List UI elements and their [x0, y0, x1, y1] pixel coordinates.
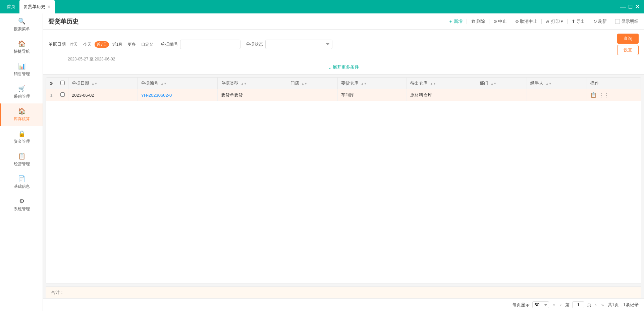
- col-req-warehouse: 要货仓库 ▲▼: [338, 78, 407, 89]
- sidebar-item-sales[interactable]: 📊 销售管理: [0, 58, 43, 81]
- row-req-warehouse-cell: 车间库: [338, 89, 407, 101]
- divider-6: [589, 19, 589, 24]
- tab-bill-history[interactable]: 要货单历史 ✕: [19, 0, 55, 13]
- divider-1: [467, 19, 467, 24]
- window-close-btn[interactable]: ✕: [635, 3, 640, 10]
- date-shortcut-today[interactable]: 今天: [81, 41, 93, 48]
- divider-2: [489, 19, 489, 24]
- row-delete-btn[interactable]: ⋮⋮: [599, 92, 609, 98]
- delete-button[interactable]: 🗑 删除: [471, 18, 485, 25]
- page-title: 要货单历史: [48, 17, 78, 26]
- filter-actions: 查询 设置: [617, 34, 639, 55]
- tab-home-label: 首页: [7, 4, 15, 10]
- sidebar-item-inventory[interactable]: 🏠 库存核算: [0, 103, 43, 126]
- row-checkbox-cell: [57, 89, 68, 101]
- col-bill-no: 单据编号 ▲▼: [138, 78, 218, 89]
- status-select[interactable]: [265, 40, 332, 49]
- sort-bill-type-icon[interactable]: ▲▼: [241, 82, 247, 85]
- date-shortcut-more[interactable]: 更多: [126, 41, 138, 48]
- row-department-cell: [476, 89, 527, 101]
- sidebar-item-basic[interactable]: 📄 基础信息: [0, 171, 43, 193]
- date-shortcut-custom[interactable]: 自定义: [139, 41, 155, 48]
- query-button[interactable]: 查询: [617, 34, 639, 44]
- print-arrow-icon: ▾: [561, 19, 563, 24]
- content-area: 要货单历史 ＋ 新增 🗑 删除 ⊘ 中止 ⊘: [43, 13, 644, 311]
- sidebar-item-purchase[interactable]: 🛒 采购管理: [0, 81, 43, 103]
- cancel-stop-button[interactable]: ⊘ 取消中止: [515, 18, 537, 25]
- sort-department-icon[interactable]: ▲▼: [490, 82, 496, 85]
- status-label: 单据状态: [246, 41, 263, 47]
- page-input[interactable]: [572, 301, 584, 308]
- row-bill-no-cell[interactable]: YH-20230602-0: [138, 89, 218, 101]
- export-label: 导出: [576, 18, 585, 25]
- sidebar-item-system[interactable]: ⚙ 系统管理: [0, 193, 43, 216]
- new-button[interactable]: ＋ 新增: [448, 18, 463, 25]
- col-date: 单据日期 ▲▼: [68, 78, 138, 89]
- sidebar-item-operation-label: 经营管理: [14, 161, 30, 167]
- bill-no-filter-group: 单据编号: [161, 40, 240, 49]
- sidebar-item-search[interactable]: 🔍 搜索菜单: [0, 13, 43, 36]
- date-shortcut-yesterday[interactable]: 昨天: [68, 41, 80, 48]
- window-maximize-btn[interactable]: □: [629, 3, 632, 10]
- col-store: 门店 ▲▼: [287, 78, 337, 89]
- system-icon: ⚙: [19, 197, 24, 205]
- tab-close-icon[interactable]: ✕: [47, 4, 51, 9]
- sidebar-item-inventory-label: 库存核算: [14, 116, 30, 122]
- col-handler: 经手人 ▲▼: [527, 78, 587, 89]
- cancel-stop-label: 取消中止: [520, 18, 537, 25]
- purchase-icon: 🛒: [18, 85, 25, 92]
- footer-summary: 合计：: [46, 286, 641, 298]
- next-page-btn[interactable]: ›: [594, 302, 598, 308]
- refresh-button[interactable]: ↻ 刷新: [593, 18, 607, 25]
- last-page-btn[interactable]: »: [600, 302, 605, 308]
- expand-label: 展开更多条件: [333, 64, 359, 70]
- sidebar-item-quick-nav[interactable]: 🏠 快捷导航: [0, 36, 43, 58]
- show-detail-btn[interactable]: 显示明细: [615, 18, 639, 25]
- per-page-select[interactable]: 50 10 20 100: [532, 301, 549, 308]
- date-shortcut-1month[interactable]: 近1月: [110, 41, 125, 48]
- first-page-btn[interactable]: «: [552, 302, 556, 308]
- delete-icon: 🗑: [471, 19, 475, 24]
- print-label: 打印: [551, 18, 560, 25]
- table-header-row: ⚙ 单据日期 ▲▼ 单据编号 ▲▼: [46, 78, 641, 89]
- row-actions-cell: 📋 ⋮⋮: [587, 89, 641, 101]
- date-range-container: 2023-05-27 至 2023-06-02: [68, 56, 639, 62]
- bill-no-input[interactable]: [180, 40, 240, 49]
- print-button[interactable]: 🖨 打印 ▾: [546, 18, 563, 25]
- settings-icon[interactable]: ⚙: [49, 81, 53, 86]
- export-button[interactable]: ⬆ 导出: [572, 18, 585, 25]
- show-detail-checkbox[interactable]: [615, 19, 620, 24]
- window-minimize-btn[interactable]: —: [620, 3, 626, 10]
- sidebar-item-operation[interactable]: 📋 经营管理: [0, 148, 43, 171]
- setting-button[interactable]: 设置: [617, 45, 639, 55]
- row-edit-btn[interactable]: 📋: [590, 92, 597, 98]
- stop-button[interactable]: ⊘ 中止: [493, 18, 507, 25]
- sidebar-item-finance[interactable]: 🔒 资金管理: [0, 126, 43, 148]
- tab-home[interactable]: 首页: [3, 0, 19, 13]
- col-actions: 操作: [587, 78, 641, 89]
- row-checkbox[interactable]: [60, 92, 65, 97]
- date-range-text: 2023-05-27 至 2023-06-02: [68, 57, 115, 61]
- operation-icon: 📋: [18, 152, 25, 160]
- sort-store-icon[interactable]: ▲▼: [301, 82, 307, 85]
- bill-no-label: 单据编号: [161, 41, 178, 47]
- page-label: 第: [565, 302, 570, 308]
- sort-date-icon[interactable]: ▲▼: [92, 82, 98, 85]
- table-container: ⚙ 单据日期 ▲▼ 单据编号 ▲▼: [46, 77, 641, 284]
- print-icon: 🖨: [546, 19, 550, 24]
- row-pending-warehouse-cell: 原材料仓库: [407, 89, 476, 101]
- sort-bill-no-icon[interactable]: ▲▼: [161, 82, 167, 85]
- sort-pending-warehouse-icon[interactable]: ▲▼: [430, 82, 436, 85]
- col-bill-type: 单据类型 ▲▼: [218, 78, 287, 89]
- expand-filter-btn[interactable]: ⌄ 展开更多条件: [328, 64, 359, 70]
- date-shortcuts: 昨天 今天 近7天 近1月 更多 自定义: [68, 41, 155, 48]
- sort-req-warehouse-icon[interactable]: ▲▼: [361, 82, 367, 85]
- prev-page-btn[interactable]: ‹: [559, 302, 562, 308]
- delete-label: 删除: [476, 18, 485, 25]
- date-shortcut-7days[interactable]: 近7天: [95, 41, 109, 48]
- select-all-checkbox[interactable]: [60, 81, 65, 85]
- finance-icon: 🔒: [18, 130, 25, 137]
- sort-handler-icon[interactable]: ▲▼: [546, 82, 552, 85]
- new-label: 新增: [454, 18, 463, 25]
- total-records-label: 共1页，1条记录: [608, 302, 639, 308]
